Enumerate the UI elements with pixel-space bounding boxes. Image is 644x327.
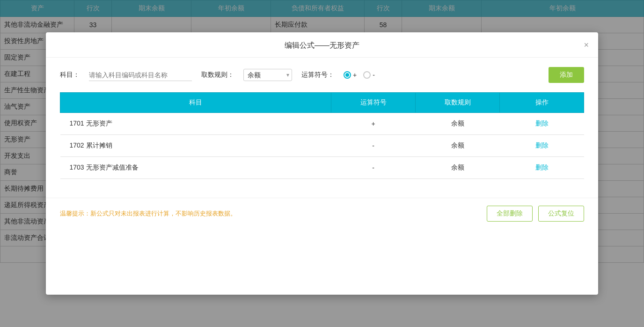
delete-link[interactable]: 删除	[535, 141, 549, 149]
modal-title: 编辑公式——无形资产	[285, 41, 359, 51]
operator-label: 运算符号：	[301, 71, 334, 79]
formula-rule: 余额	[416, 135, 500, 157]
formula-rule: 余额	[416, 113, 500, 135]
th-action: 操作	[500, 93, 584, 113]
form-row: 科目： 取数规则： 余额 借方发生额 贷方发生额 运算符号： + -	[60, 67, 584, 83]
formula-subject: 1703 无形资产减值准备	[60, 157, 331, 179]
formula-action: 删除	[500, 113, 584, 135]
formula-operator: +	[331, 113, 416, 135]
formula-row: 1701 无形资产 + 余额 删除	[60, 113, 584, 135]
close-button[interactable]: ×	[584, 41, 589, 49]
th-rule: 取数规则	[416, 93, 500, 113]
formula-rule: 余额	[416, 157, 500, 179]
formula-action: 删除	[500, 135, 584, 157]
formula-row: 1703 无形资产减值准备 - 余额 删除	[60, 157, 584, 179]
modal-dialog: 编辑公式——无形资产 × 科目： 取数规则： 余额 借方发生额 贷方发生额 运算…	[46, 32, 598, 295]
add-button[interactable]: 添加	[549, 67, 584, 83]
th-operator: 运算符号	[331, 93, 416, 113]
rule-select-wrapper: 余额 借方发生额 贷方发生额	[243, 69, 292, 81]
footer-buttons: 全部删除 公式复位	[487, 206, 584, 222]
delete-all-button[interactable]: 全部删除	[487, 206, 533, 222]
modal-body: 科目： 取数规则： 余额 借方发生额 贷方发生额 运算符号： + -	[46, 58, 598, 198]
operator-minus-radio[interactable]: -	[363, 71, 375, 79]
formula-subject: 1702 累计摊销	[60, 135, 331, 157]
reset-formula-button[interactable]: 公式复位	[538, 206, 584, 222]
formula-table: 科目 运算符号 取数规则 操作 1701 无形资产 + 余额 删除 1702 累…	[60, 92, 584, 179]
operator-plus-label: +	[353, 71, 357, 79]
rule-label: 取数规则：	[201, 71, 234, 79]
radio-minus-circle	[363, 71, 371, 79]
delete-link[interactable]: 删除	[535, 164, 549, 171]
formula-operator: -	[331, 157, 416, 179]
delete-link[interactable]: 删除	[535, 119, 549, 127]
formula-row: 1702 累计摊销 - 余额 删除	[60, 135, 584, 157]
radio-plus-circle	[344, 71, 351, 79]
table-header-row: 科目 运算符号 取数规则 操作	[60, 93, 584, 113]
footer-tip: 温馨提示：新公式只对未出报表进行计算，不影响历史报表数据。	[60, 209, 236, 218]
modal-footer: 温馨提示：新公式只对未出报表进行计算，不影响历史报表数据。 全部删除 公式复位	[46, 198, 598, 231]
formula-operator: -	[331, 135, 416, 157]
operator-minus-label: -	[373, 71, 375, 79]
rule-select[interactable]: 余额 借方发生额 贷方发生额	[243, 69, 292, 81]
operator-plus-radio[interactable]: +	[344, 71, 357, 79]
modal-header: 编辑公式——无形资产 ×	[46, 32, 598, 58]
subject-label: 科目：	[60, 71, 80, 79]
subject-input[interactable]	[89, 69, 192, 81]
formula-action: 删除	[500, 157, 584, 179]
operator-radio-group: + -	[344, 71, 375, 79]
th-subject: 科目	[60, 93, 331, 113]
formula-subject: 1701 无形资产	[60, 113, 331, 135]
